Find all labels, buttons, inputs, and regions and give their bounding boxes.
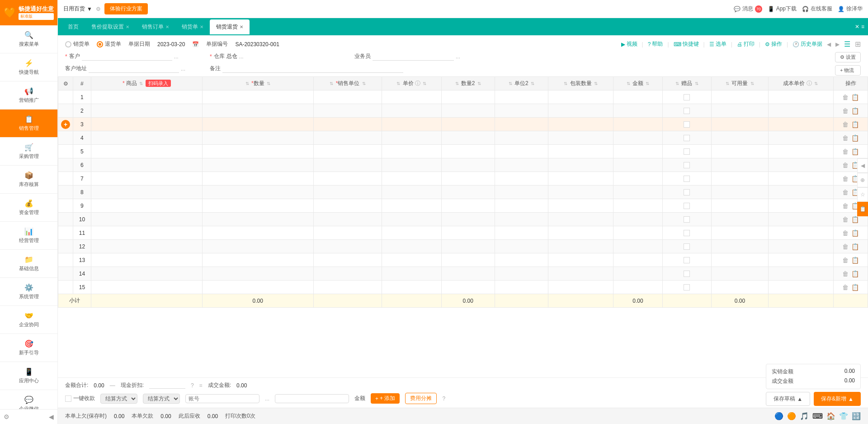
row-price-15[interactable]: [382, 281, 441, 294]
row-unit-3[interactable]: [313, 118, 382, 131]
row-unit-4[interactable]: [313, 131, 382, 145]
sidebar-item-newguide[interactable]: 🎯新手引导: [0, 334, 57, 362]
row-price-1[interactable]: [382, 91, 441, 104]
tab-menu-icon[interactable]: ≡: [861, 24, 864, 30]
salesperson-dots[interactable]: ...: [456, 53, 460, 60]
row-qty2-4[interactable]: [441, 131, 495, 145]
app-download-item[interactable]: 📱 App下载: [768, 5, 797, 13]
row-amount-1[interactable]: [613, 91, 662, 104]
qty-input-5[interactable]: [205, 148, 311, 155]
gift-checkbox-11[interactable]: [684, 230, 690, 236]
row-unit2-5[interactable]: [495, 145, 548, 158]
row-unit2-4[interactable]: [495, 131, 548, 145]
row-avail-12[interactable]: [711, 240, 768, 253]
next-icon[interactable]: ▶: [835, 41, 840, 48]
gift-checkbox-1[interactable]: [684, 94, 690, 100]
th-unit2-sort[interactable]: ⇅: [509, 81, 512, 86]
row-qty2-11[interactable]: [441, 226, 495, 240]
row-price-3[interactable]: [382, 118, 441, 131]
row-pkg-8[interactable]: [548, 186, 613, 199]
delete-icon-15[interactable]: 🗑: [842, 284, 849, 291]
row-pkg-11[interactable]: [548, 226, 613, 240]
row-pkg-13[interactable]: [548, 253, 613, 267]
sidebar-item-finance[interactable]: 💰资金管理: [0, 194, 57, 222]
salesperson-input[interactable]: [373, 52, 454, 61]
qty-input-11[interactable]: [205, 230, 311, 236]
right-float-btn-4[interactable]: 📋: [857, 202, 868, 216]
row-price-4[interactable]: [382, 131, 441, 145]
gift-checkbox-14[interactable]: [684, 271, 690, 277]
row-avail-3[interactable]: [711, 118, 768, 131]
sidebar-item-shortcut[interactable]: ⚡快捷导航: [0, 53, 57, 81]
row-qty2-7[interactable]: [441, 172, 495, 186]
row-amount-6[interactable]: [613, 158, 662, 172]
sidebar-item-system[interactable]: ⚙️系统管理: [0, 278, 57, 306]
row-price-6[interactable]: [382, 158, 441, 172]
row-cost-12[interactable]: [769, 240, 834, 253]
row-unit-1[interactable]: [313, 91, 382, 104]
row-unit-7[interactable]: [313, 172, 382, 186]
row-pkg-4[interactable]: [548, 131, 613, 145]
row-product-5[interactable]: [91, 145, 202, 158]
settings-right-btn[interactable]: ⚙ 设置: [835, 52, 861, 62]
row-product-2[interactable]: [91, 104, 202, 118]
delete-icon-4[interactable]: 🗑: [842, 134, 849, 142]
row-avail-4[interactable]: [711, 131, 768, 145]
print-action[interactable]: 🖨 打印: [737, 40, 755, 48]
save-new-button[interactable]: 保存&新增 ▲: [814, 392, 861, 406]
product-input-11[interactable]: [94, 230, 199, 236]
video-action[interactable]: ▶ 视频: [621, 40, 637, 48]
tab-close-all-icon[interactable]: ✕: [855, 24, 859, 30]
th-product-sort[interactable]: ⇅: [139, 81, 143, 86]
gift-checkbox-3[interactable]: [684, 121, 690, 128]
right-float-btn-2[interactable]: ⊕: [857, 173, 868, 187]
row-product-9[interactable]: [91, 199, 202, 213]
row-avail-11[interactable]: [711, 226, 768, 240]
row-unit-15[interactable]: [313, 281, 382, 294]
row-qty2-9[interactable]: [441, 199, 495, 213]
tab-sales-order[interactable]: 销售订单 ✕: [136, 19, 175, 34]
warehouse-dots[interactable]: ...: [239, 53, 244, 60]
calendar-icon[interactable]: 📅: [192, 41, 199, 48]
add-payment-btn[interactable]: + + 添加: [371, 393, 400, 404]
row-unit-13[interactable]: [313, 253, 382, 267]
discount-input[interactable]: [149, 382, 185, 389]
address-dots[interactable]: ...: [181, 66, 185, 72]
gift-checkbox-9[interactable]: [684, 203, 690, 209]
row-qty-14[interactable]: [202, 267, 313, 281]
th-qty-sort-right[interactable]: ⇅: [267, 81, 270, 86]
copy-icon-15[interactable]: 📋: [851, 284, 859, 291]
row-gift-7[interactable]: [662, 172, 711, 186]
row-qty2-6[interactable]: [441, 158, 495, 172]
row-gift-4[interactable]: [662, 131, 711, 145]
note-input[interactable]: [222, 64, 403, 73]
row-pkg-14[interactable]: [548, 267, 613, 281]
cost-price-info-icon[interactable]: ⓘ: [807, 80, 812, 86]
category-selector[interactable]: 日用百货 ▼: [63, 5, 92, 13]
account-select[interactable]: 结算方式: [143, 394, 180, 404]
row-amount-11[interactable]: [613, 226, 662, 240]
sidebar-item-search[interactable]: 🔍搜索菜单: [0, 25, 57, 53]
row-gift-10[interactable]: [662, 213, 711, 226]
row-amount-2[interactable]: [613, 104, 662, 118]
row-gift-5[interactable]: [662, 145, 711, 158]
tab-sales-delivery[interactable]: 销货单 ✕: [175, 19, 210, 34]
sidebar-settings-btn[interactable]: ⚙: [4, 413, 9, 420]
row-gift-11[interactable]: [662, 226, 711, 240]
amount-input[interactable]: [275, 394, 349, 403]
row-unit2-9[interactable]: [495, 199, 548, 213]
row-amount-12[interactable]: [613, 240, 662, 253]
view-grid-icon[interactable]: ⊞: [855, 40, 861, 48]
product-input-8[interactable]: [94, 189, 199, 195]
th-amount-sort[interactable]: ⇅: [627, 81, 630, 86]
row-pkg-6[interactable]: [548, 158, 613, 172]
row-qty-2[interactable]: [202, 104, 313, 118]
row-qty2-12[interactable]: [441, 240, 495, 253]
row-product-15[interactable]: [91, 281, 202, 294]
help-discount-icon[interactable]: ?: [191, 382, 194, 389]
row-qty-15[interactable]: [202, 281, 313, 294]
row-product-7[interactable]: [91, 172, 202, 186]
tab-sales-price-close[interactable]: ✕: [126, 24, 129, 29]
row-unit-8[interactable]: [313, 186, 382, 199]
delete-icon-3[interactable]: 🗑: [842, 121, 849, 128]
